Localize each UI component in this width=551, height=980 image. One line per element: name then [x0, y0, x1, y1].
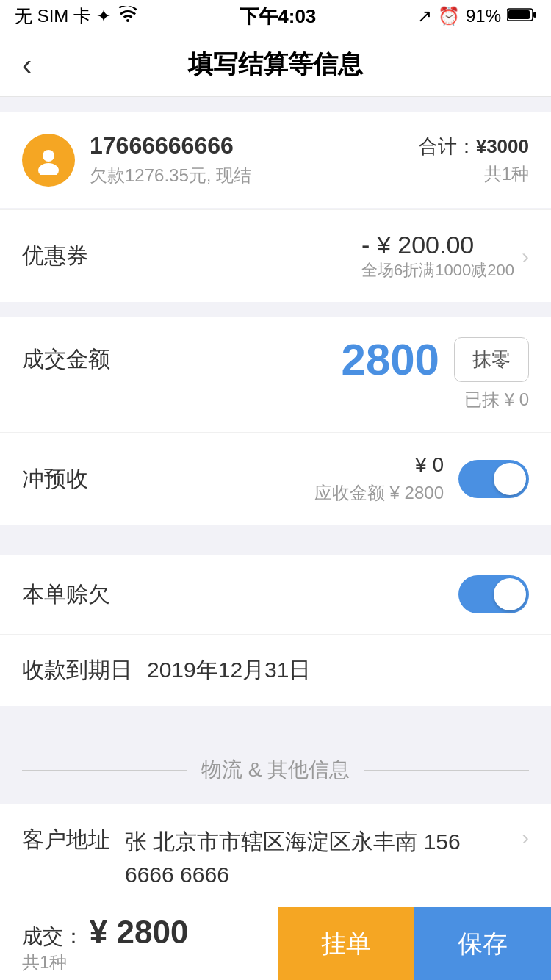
total-count: 共1种	[419, 162, 529, 186]
coupon-desc: 全场6折满1000减200	[361, 259, 514, 281]
deal-amount-right: 2800 抹零	[342, 337, 529, 382]
pre-collection-amount: ¥ 0	[415, 453, 444, 477]
debt-toggle-knob	[494, 578, 526, 610]
address-row[interactable]: 客户地址 张 北京市市辖区海淀区永丰南 156 6666 6666 ›	[0, 804, 551, 912]
customer-total: 合计：¥3000 共1种	[419, 134, 529, 186]
debt-toggle[interactable]	[458, 575, 529, 613]
customer-sub: 欠款1276.35元, 现结	[90, 164, 251, 187]
address-label: 客户地址	[22, 825, 110, 855]
nav-bar: ‹ 填写结算等信息	[0, 32, 551, 97]
back-button[interactable]: ‹	[22, 50, 32, 79]
footer-deal-row: 成交： ¥ 2800	[22, 914, 256, 951]
logistics-header: 物流 & 其他信息	[0, 735, 551, 804]
svg-point-3	[43, 150, 54, 162]
round-down-button[interactable]: 抹零	[454, 337, 529, 382]
footer-amount: ¥ 2800	[90, 914, 189, 950]
svg-rect-2	[508, 10, 530, 19]
customer-info: 17666666666 欠款1276.35元, 现结	[90, 132, 251, 187]
status-left: 无 SIM 卡 ✦	[15, 4, 139, 28]
divider-2	[0, 525, 551, 540]
coupon-right: - ¥ 200.00 全场6折满1000减200 ›	[361, 231, 529, 281]
divider-1	[0, 302, 551, 317]
divider-line-left	[22, 770, 187, 771]
battery-icon	[507, 6, 536, 26]
due-date-label: 收款到期日	[22, 655, 132, 685]
pre-collection-label: 冲预收	[22, 464, 88, 494]
customer-phone: 17666666666	[90, 132, 251, 159]
deal-amount-section: 成交金额 2800 抹零 已抹 ¥ 0	[0, 317, 551, 432]
pre-collection-info: ¥ 0 应收金额 ¥ 2800	[314, 453, 444, 505]
wifi-icon	[117, 6, 139, 26]
footer-info: 成交： ¥ 2800 共1种	[0, 914, 278, 974]
round-sub-info: 已抹 ¥ 0	[22, 388, 529, 411]
debt-label: 本单赊欠	[22, 580, 110, 610]
coupon-row[interactable]: 优惠券 - ¥ 200.00 全场6折满1000减200 ›	[0, 209, 551, 302]
deal-amount-label: 成交金额	[22, 345, 110, 375]
coupon-label: 优惠券	[22, 241, 88, 271]
avatar	[22, 134, 75, 187]
divider-3	[0, 706, 551, 721]
logistics-title: 物流 & 其他信息	[201, 756, 350, 784]
footer: 成交： ¥ 2800 共1种 挂单 保存	[0, 907, 551, 980]
svg-rect-1	[533, 12, 536, 18]
signal-text: 无 SIM 卡 ✦	[15, 4, 111, 28]
customer-card: 17666666666 欠款1276.35元, 现结 合计：¥3000 共1种	[0, 112, 551, 208]
save-button[interactable]: 保存	[414, 907, 551, 980]
alarm-icon: ⏰	[438, 6, 460, 26]
footer-count: 共1种	[22, 951, 256, 974]
address-value: 张 北京市市辖区海淀区永丰南 156 6666 6666	[125, 825, 507, 891]
pre-collection-sub: 应收金额 ¥ 2800	[314, 481, 444, 505]
customer-left: 17666666666 欠款1276.35元, 现结	[22, 132, 251, 187]
deal-amount-value: 2800	[342, 338, 439, 382]
pre-collection-row: 冲预收 ¥ 0 应收金额 ¥ 2800	[0, 432, 551, 525]
toggle-knob	[494, 463, 526, 495]
total-label: 合计：¥3000	[419, 134, 529, 159]
hang-button[interactable]: 挂单	[278, 907, 414, 980]
coupon-discount: - ¥ 200.00	[361, 231, 514, 259]
location-icon: ↗	[417, 6, 432, 26]
battery-text: 91%	[466, 6, 501, 26]
page-title: 填写结算等信息	[188, 48, 363, 82]
divider-line-right	[364, 770, 529, 771]
status-time: 下午4:03	[240, 4, 316, 29]
deal-amount-row: 成交金额 2800 抹零	[22, 337, 529, 382]
svg-point-4	[38, 163, 59, 175]
pre-collection-toggle[interactable]	[458, 460, 529, 498]
chevron-right-icon: ›	[522, 244, 529, 269]
status-right: ↗ ⏰ 91%	[417, 6, 536, 26]
footer-deal-label: 成交：	[22, 925, 84, 948]
status-bar: 无 SIM 卡 ✦ 下午4:03 ↗ ⏰ 91%	[0, 0, 551, 32]
due-date-row: 收款到期日 2019年12月31日	[0, 634, 551, 706]
address-chevron-icon: ›	[522, 825, 529, 850]
debt-row: 本单赊欠	[0, 555, 551, 634]
due-date-value: 2019年12月31日	[147, 655, 311, 685]
